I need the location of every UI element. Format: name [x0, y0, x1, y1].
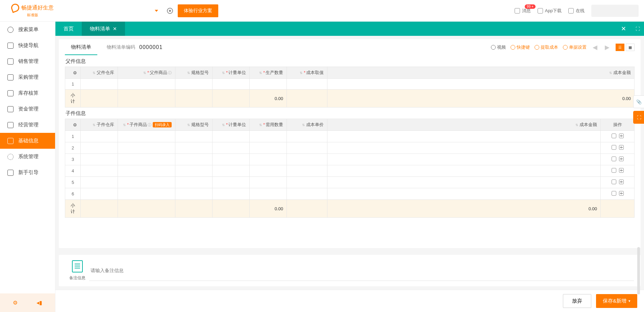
cell-child-cost-amount[interactable] [327, 131, 601, 142]
add-row-icon[interactable] [619, 157, 624, 161]
cell-child-product[interactable] [118, 188, 175, 200]
sidebar-item-basedata[interactable]: 基础信息 [0, 133, 55, 149]
cell-child-qty[interactable] [250, 154, 287, 165]
cell-child-unit[interactable] [213, 188, 250, 200]
add-row-icon[interactable] [619, 179, 624, 184]
cell-child-qty[interactable] [250, 165, 287, 177]
sidebar-item-quicknav[interactable]: 快捷导航 [0, 38, 55, 53]
cell-parent-product[interactable] [118, 79, 175, 90]
add-row-icon[interactable] [619, 191, 624, 196]
col-parent-cost-amount[interactable]: ⇅成本金额 [327, 67, 635, 79]
tabs-close-all-icon[interactable]: ✕ [616, 22, 631, 36]
delete-row-icon[interactable] [612, 157, 616, 161]
shortcut-link[interactable]: 快捷键 [511, 44, 530, 50]
save-and-new-button[interactable]: 保存&新增 ▾ [596, 294, 637, 308]
col-child-warehouse[interactable]: ⇅子件仓库 [81, 119, 118, 131]
prev-doc-icon[interactable]: ◀ [591, 44, 599, 51]
col-parent-unit[interactable]: ⇅*计量单位 [213, 67, 250, 79]
remark-input[interactable] [89, 260, 634, 281]
cell-child-spec[interactable] [175, 188, 213, 200]
doc-settings-link[interactable]: 单据设置 [563, 44, 587, 50]
col-child-unit[interactable]: ⇅*计量单位 [213, 119, 250, 131]
sidebar-item-funds[interactable]: 资金管理 [0, 101, 55, 117]
app-download-link[interactable]: App下载 [538, 8, 562, 14]
child-row[interactable]: 1 [65, 131, 635, 142]
delete-row-icon[interactable] [612, 145, 616, 150]
cell-child-qty[interactable] [250, 177, 287, 188]
cell-child-qty[interactable] [250, 131, 287, 142]
cell-child-cost-amount[interactable] [327, 165, 601, 177]
cell-child-cost-amount[interactable] [327, 177, 601, 188]
next-doc-icon[interactable]: ▶ [603, 44, 611, 51]
online-support-link[interactable]: 在线 [568, 8, 585, 14]
add-row-icon[interactable] [619, 145, 624, 150]
view-card-button[interactable]: ▦ [626, 44, 635, 51]
view-list-button[interactable]: ☰ [616, 44, 624, 51]
col-child-qty[interactable]: ⇅*需用数量 [250, 119, 287, 131]
cell-child-warehouse[interactable] [81, 131, 118, 142]
cell-child-cost-amount[interactable] [327, 142, 601, 154]
cell-child-warehouse[interactable] [81, 188, 118, 200]
org-selector[interactable] [68, 10, 162, 12]
cell-parent-spec[interactable] [175, 79, 213, 90]
col-parent-warehouse[interactable]: ⇅父件仓库 [81, 67, 118, 79]
cell-parent-cost-method[interactable] [287, 79, 327, 90]
cell-child-spec[interactable] [175, 177, 213, 188]
cell-child-unit[interactable] [213, 177, 250, 188]
cell-child-warehouse[interactable] [81, 142, 118, 154]
cell-child-product[interactable] [118, 154, 175, 165]
extract-cost-link[interactable]: 提取成本 [535, 44, 558, 50]
tab-bom[interactable]: 物料清单 ✕ [82, 22, 125, 36]
user-profile-area[interactable] [591, 5, 639, 17]
sidebar-item-inventory[interactable]: 库存核算 [0, 85, 55, 101]
cell-child-qty[interactable] [250, 142, 287, 154]
delete-row-icon[interactable] [612, 179, 616, 184]
delete-row-icon[interactable] [612, 134, 616, 138]
col-child-unit-cost[interactable]: ⇅成本单价 [287, 119, 327, 131]
col-parent-qty[interactable]: ⇅*生产数量 [250, 67, 287, 79]
cell-child-unit-cost[interactable] [287, 131, 327, 142]
child-row[interactable]: 4 [65, 165, 635, 177]
industry-demo-button[interactable]: 体验行业方案 [178, 4, 218, 17]
panel-tab-bom[interactable]: 物料清单 [65, 40, 97, 55]
tab-home[interactable]: 首页 [55, 22, 82, 36]
delete-row-icon[interactable] [612, 191, 616, 196]
sidebar-item-operations[interactable]: 经营管理 [0, 117, 55, 133]
cell-child-cost-amount[interactable] [327, 154, 601, 165]
sidebar-settings-icon[interactable]: ⚙ [13, 299, 18, 306]
cell-child-product[interactable] [118, 177, 175, 188]
cell-child-product[interactable] [118, 142, 175, 154]
cell-child-qty[interactable] [250, 188, 287, 200]
col-child-product[interactable]: ⇅*子件商品ⓘ扫码录入 [118, 119, 175, 131]
child-row[interactable]: 5 [65, 177, 635, 188]
cell-child-unit[interactable] [213, 165, 250, 177]
brand-logo[interactable]: 畅捷通好生意 标准版 [5, 4, 59, 18]
cell-child-product[interactable] [118, 165, 175, 177]
child-row[interactable]: 6 [65, 188, 635, 200]
col-parent-spec[interactable]: ⇅规格型号 [175, 67, 213, 79]
video-link[interactable]: 视频 [491, 44, 506, 50]
sidebar-item-search[interactable]: 搜索菜单 [0, 22, 55, 38]
sidebar-item-purchase[interactable]: 采购管理 [0, 69, 55, 85]
cell-parent-cost-amount[interactable] [327, 79, 635, 90]
sidebar-item-guide[interactable]: 新手引导 [0, 165, 55, 181]
cell-child-warehouse[interactable] [81, 177, 118, 188]
cell-child-unit-cost[interactable] [287, 165, 327, 177]
tabs-expand-icon[interactable]: ⛶ [631, 22, 644, 36]
cell-parent-qty[interactable] [250, 79, 287, 90]
col-parent-product[interactable]: ⇅*父件商品ⓘ [118, 67, 175, 79]
child-row[interactable]: 2 [65, 142, 635, 154]
col-child-cost-amount[interactable]: ⇅成本金额 [327, 119, 601, 131]
child-row[interactable]: 3 [65, 154, 635, 165]
cell-child-unit-cost[interactable] [287, 188, 327, 200]
col-child-spec[interactable]: ⇅规格型号 [175, 119, 213, 131]
cell-child-spec[interactable] [175, 142, 213, 154]
attachment-floater-icon[interactable]: 📎 [633, 95, 644, 108]
cell-child-unit[interactable] [213, 131, 250, 142]
scan-entry-badge[interactable]: 扫码录入 [153, 122, 172, 127]
cell-child-spec[interactable] [175, 131, 213, 142]
add-row-icon[interactable] [619, 134, 624, 138]
cell-child-warehouse[interactable] [81, 165, 118, 177]
col-parent-cost-method[interactable]: ⇅*成本取值 [287, 67, 327, 79]
child-grid-scrollbar[interactable] [637, 247, 640, 294]
